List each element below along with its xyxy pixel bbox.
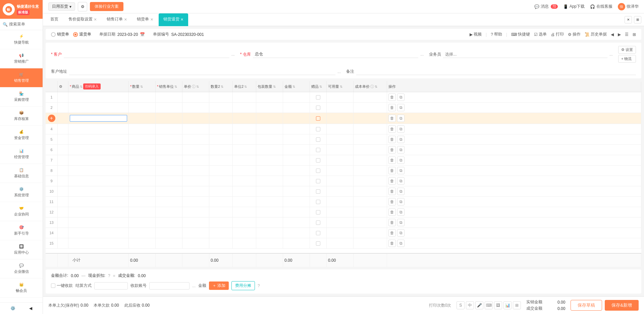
qr-icon[interactable]: ⊞ [513, 301, 521, 309]
sort-price-icon[interactable]: ⇅ [196, 85, 199, 88]
tab-expand-button[interactable]: ⊞ [634, 16, 641, 23]
delete-icon[interactable]: 🗑 [388, 229, 396, 237]
cell-amount-1[interactable] [283, 92, 310, 102]
toolbar-print[interactable]: 🖨 打印 [551, 32, 564, 37]
copy-icon[interactable]: ⧉ [397, 219, 405, 226]
sidebar-item-operations[interactable]: 📊 经营管理 [0, 145, 43, 164]
cell-price-2[interactable] [182, 103, 209, 113]
tab-sales-order-close[interactable]: × [124, 17, 127, 22]
toolbar-view-list[interactable]: ☰ [625, 32, 629, 37]
salesperson-dots[interactable]: ... [609, 52, 613, 57]
cell-gift-3[interactable] [310, 113, 327, 124]
cell-unit2-2[interactable] [233, 103, 256, 113]
toolbar-operate[interactable]: ⚙ 操作 [568, 32, 581, 37]
cell-pack-3[interactable] [256, 113, 283, 124]
tab-sales[interactable]: 销货单 × [132, 13, 158, 26]
product-input-active[interactable] [70, 115, 127, 122]
toolbar-video[interactable]: ▶ 视频 [470, 32, 482, 37]
delete-row-1[interactable]: 🗑 [388, 93, 396, 101]
sidebar-item-inventory[interactable]: 📦 库存核算 [0, 107, 43, 126]
sidebar-item-enterprise[interactable]: 🤝 企业协同 [0, 202, 43, 221]
copy-icon[interactable]: ⧉ [397, 229, 405, 237]
gift-checkbox-2[interactable] [316, 106, 320, 110]
gift-checkbox[interactable] [316, 137, 320, 142]
sidebar-item-app-center[interactable]: 🔲 应用中心 [0, 240, 43, 259]
daily-select[interactable]: 日用百货 ▾ [48, 2, 75, 11]
sort-avail-icon[interactable]: ⇅ [340, 85, 342, 88]
delete-icon[interactable]: 🗑 [388, 156, 396, 164]
cell-qty2-2[interactable] [209, 103, 233, 113]
toolbar-view-grid[interactable]: ⊞ [633, 32, 636, 37]
delete-row-2[interactable]: 🗑 [388, 104, 396, 111]
sort-unit-icon[interactable]: ⇅ [174, 85, 177, 88]
app-download-item[interactable]: 📱 App下载 [563, 4, 585, 9]
sidebar-item-marketing[interactable]: 📢 营销推广 [0, 49, 43, 68]
gift-checkbox[interactable] [316, 158, 320, 163]
cell-qty-1[interactable] [129, 92, 156, 102]
cell-price-3[interactable] [182, 113, 209, 124]
cell-gift-2[interactable] [310, 103, 327, 113]
delete-row-3[interactable]: 🗑 [388, 115, 396, 122]
account-input[interactable] [149, 282, 190, 290]
toolbar-help[interactable]: ? 帮助 [491, 32, 502, 37]
keyboard-icon[interactable]: ⌨ [485, 301, 493, 309]
delete-icon[interactable]: 🗑 [388, 219, 396, 226]
settlement-input[interactable] [94, 282, 128, 290]
customer-input[interactable] [64, 51, 229, 58]
gift-checkbox[interactable] [316, 221, 320, 225]
chart-icon[interactable]: 📊 [503, 301, 512, 309]
sort-qty-icon[interactable]: ⇅ [140, 85, 143, 88]
delete-icon[interactable]: 🗑 [388, 125, 396, 133]
cell-unit2-3[interactable] [233, 113, 256, 124]
tab-sales-return-close[interactable]: × [181, 17, 183, 22]
gift-checkbox[interactable] [316, 200, 320, 204]
tab-sales-return[interactable]: 销货退货 × [159, 13, 188, 26]
tab-price-settings-close[interactable]: × [94, 17, 97, 22]
tab-sales-close[interactable]: × [150, 17, 153, 22]
cell-unit-2[interactable] [156, 103, 182, 113]
sidebar-item-shortcut[interactable]: ⚡ 快捷导航 [0, 30, 43, 49]
cell-amount-2[interactable] [283, 103, 310, 113]
radio-return[interactable]: 退货单 [73, 32, 91, 37]
cell-gift-1[interactable] [310, 92, 327, 102]
warehouse-dots[interactable]: ... [420, 52, 424, 57]
copy-icon[interactable]: ⧉ [397, 156, 405, 164]
copy-row-2[interactable]: ⧉ [397, 104, 405, 111]
cell-product-3[interactable] [68, 113, 129, 124]
toolbar-nav-prev[interactable]: ◀ [611, 32, 614, 37]
sidebar-search[interactable]: 🔍 搜索菜单 [0, 19, 43, 30]
cell-price-1[interactable] [182, 92, 209, 102]
delete-icon[interactable]: 🗑 [388, 198, 396, 205]
sort-qty2-icon[interactable]: ⇅ [221, 85, 223, 88]
delete-icon[interactable]: 🗑 [388, 240, 396, 247]
one-key-checkbox[interactable] [51, 284, 55, 288]
toolbar-history[interactable]: 📜 历史单据 [585, 32, 607, 37]
delete-icon[interactable]: 🗑 [388, 188, 396, 195]
tab-close-button[interactable]: ✕ [625, 16, 632, 23]
zhong-icon[interactable]: 中 [466, 301, 474, 309]
user-item[interactable]: 徐 徐泽华 [618, 3, 639, 10]
img-icon[interactable]: 🖼 [494, 301, 502, 309]
cell-avail-1[interactable] [327, 92, 354, 102]
sort-amount-icon[interactable]: ⇅ [292, 85, 295, 88]
cell-avail-2[interactable] [327, 103, 354, 113]
footer-help-icon[interactable]: ? [258, 284, 260, 288]
gift-checkbox-1[interactable] [316, 95, 320, 100]
copy-icon[interactable]: ⧉ [397, 136, 405, 143]
delete-icon[interactable]: 🗑 [388, 208, 396, 216]
mic-icon[interactable]: 🎤 [475, 301, 483, 309]
gift-checkbox-3[interactable] [316, 116, 320, 121]
calendar-icon[interactable]: 📅 [140, 32, 145, 37]
gift-checkbox[interactable] [316, 189, 320, 194]
copy-row-3[interactable]: ⧉ [397, 115, 405, 122]
copy-icon[interactable]: ⧉ [397, 177, 405, 185]
tab-sales-order[interactable]: 销售订单 × [102, 13, 131, 26]
copy-icon[interactable]: ⧉ [397, 240, 405, 247]
cell-qty2-3[interactable] [209, 113, 233, 124]
cell-product-2[interactable] [68, 103, 129, 113]
sidebar-item-enterprise-wechat[interactable]: 💬 企业微信 [0, 259, 43, 278]
cell-unit-3[interactable] [156, 113, 182, 124]
cell-pack-2[interactable] [256, 103, 283, 113]
sidebar-item-finance[interactable]: 💰 资金管理 [0, 126, 43, 145]
settings-bottom-icon[interactable]: ⚙️ [10, 306, 15, 311]
